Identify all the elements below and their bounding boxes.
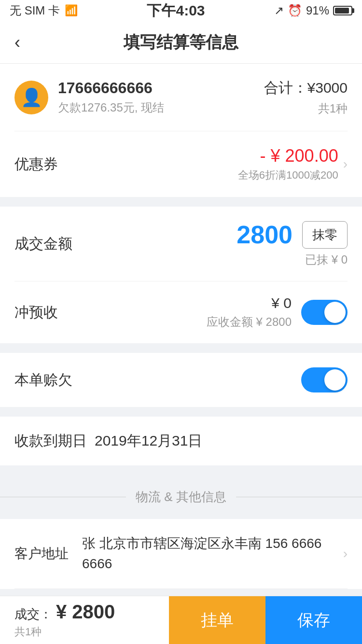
advance-amount: ¥ 0 应收金额 ¥ 2800 (207, 295, 292, 330)
user-info: 17666666666 欠款1276.35元, 现结 (58, 79, 164, 115)
deal-amount-value: 2800 (237, 220, 292, 249)
total-amount: 合计：¥3000 (264, 78, 348, 98)
carrier-text: 无 SIM 卡 (10, 3, 60, 18)
total-count: 共1种 (264, 101, 348, 116)
advance-toggle-thumb (324, 302, 346, 323)
back-button[interactable]: ‹ (14, 32, 20, 53)
avatar: 👤 (14, 81, 48, 114)
coupon-chevron-icon: › (343, 156, 348, 172)
wifi-icon: 📶 (65, 4, 78, 17)
page-title: 填写结算等信息 (124, 31, 238, 54)
advance-toggle[interactable] (301, 300, 348, 325)
debt-toggle[interactable] (301, 367, 348, 392)
debt-row: 本单赊欠 (14, 353, 348, 407)
logistics-line-left (0, 497, 126, 497)
deal-amount-card: 成交金额 2800 抹零 已抹 ¥ 0 冲预收 ¥ 0 应收金额 ¥ 2800 (0, 207, 362, 343)
user-sub-text: 欠款1276.35元, 现结 (58, 100, 164, 115)
alarm-icon: ⏰ (288, 4, 302, 17)
due-date-row: 收款到期日 2019年12月31日 (14, 417, 348, 465)
nav-bar: ‹ 填写结算等信息 (0, 21, 362, 64)
coupon-value-group: - ¥ 200.00 全场6折满1000减200 (238, 146, 338, 182)
battery-icon (333, 6, 352, 15)
coupon-right: - ¥ 200.00 全场6折满1000减200 › (238, 146, 348, 182)
advance-row: 冲预收 ¥ 0 应收金额 ¥ 2800 (14, 281, 348, 343)
debt-label: 本单赊欠 (14, 370, 72, 390)
advance-label: 冲预收 (14, 303, 58, 322)
address-chevron-icon: › (343, 546, 348, 561)
advance-value: ¥ 0 (207, 295, 292, 311)
bottom-deal-value: ¥ 2800 (56, 601, 115, 623)
logistics-line-right (236, 497, 362, 497)
save-button[interactable]: 保存 (265, 596, 362, 644)
deal-sub-text: 已抹 ¥ 0 (305, 252, 348, 267)
battery-percent: 91% (306, 4, 329, 17)
hang-button[interactable]: 挂单 (169, 596, 265, 644)
debt-card: 本单赊欠 (0, 353, 362, 407)
bottom-deal-label: 成交： (14, 606, 52, 623)
coupon-desc: 全场6折满1000减200 (238, 168, 338, 182)
section-divider-1 (0, 197, 362, 207)
address-row[interactable]: 客户地址 张 北京市市辖区海淀区永丰南 156 6666 6666 › (14, 519, 348, 589)
location-icon: ↗ (274, 4, 284, 17)
status-bar: 无 SIM 卡 📶 下午4:03 ↗ ⏰ 91% (0, 0, 362, 21)
section-divider-3 (0, 407, 362, 417)
bottom-deal-row: 成交： ¥ 2800 (14, 601, 154, 623)
logistics-header: 物流 & 其他信息 (0, 475, 362, 519)
status-time: 下午4:03 (147, 1, 205, 21)
bottom-count: 共1种 (14, 625, 154, 639)
address-value: 张 北京市市辖区海淀区永丰南 156 6666 6666 (82, 533, 338, 574)
bottom-summary: 成交： ¥ 2800 共1种 (0, 601, 169, 639)
deal-amount-right: 2800 抹零 (237, 220, 348, 249)
advance-sub-text: 应收金额 ¥ 2800 (207, 314, 292, 330)
address-label: 客户地址 (14, 545, 82, 563)
section-divider-4 (0, 465, 362, 475)
round-button[interactable]: 抹零 (302, 221, 348, 249)
debt-toggle-thumb (324, 369, 346, 391)
status-left: 无 SIM 卡 📶 (10, 3, 78, 18)
address-card[interactable]: 客户地址 张 北京市市辖区海淀区永丰南 156 6666 6666 › (0, 519, 362, 589)
advance-right: ¥ 0 应收金额 ¥ 2800 (207, 295, 348, 330)
user-left: 👤 17666666666 欠款1276.35元, 现结 (14, 79, 164, 115)
coupon-label: 优惠券 (14, 154, 58, 174)
user-row: 👤 17666666666 欠款1276.35元, 现结 合计：¥3000 共1… (14, 64, 348, 131)
deal-amount-label: 成交金额 (14, 234, 72, 254)
status-right: ↗ ⏰ 91% (274, 4, 352, 17)
coupon-value: - ¥ 200.00 (260, 146, 338, 166)
deal-amount-row: 成交金额 2800 抹零 已抹 ¥ 0 (14, 207, 348, 281)
user-right: 合计：¥3000 共1种 (264, 78, 348, 116)
coupon-row[interactable]: 优惠券 - ¥ 200.00 全场6折满1000减200 › (14, 131, 348, 197)
section-divider-2 (0, 343, 362, 353)
due-date-card: 收款到期日 2019年12月31日 (0, 417, 362, 465)
due-date-label: 收款到期日 (14, 431, 87, 451)
user-phone: 17666666666 (58, 79, 164, 97)
bottom-bar: 成交： ¥ 2800 共1种 挂单 保存 (0, 596, 362, 644)
logistics-text: 物流 & 其他信息 (136, 489, 226, 505)
user-info-card: 👤 17666666666 欠款1276.35元, 现结 合计：¥3000 共1… (0, 64, 362, 197)
due-date-value: 2019年12月31日 (95, 431, 202, 451)
